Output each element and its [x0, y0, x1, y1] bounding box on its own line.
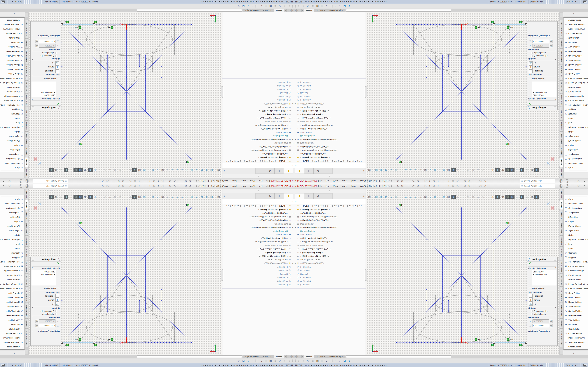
toolbar-icon[interactable]: ▦ — [268, 5, 273, 8]
length-input[interactable] — [533, 44, 549, 48]
tab-nav-button[interactable]: › — [287, 355, 289, 358]
relation-list-item[interactable]: Equal length109 — [33, 273, 55, 276]
unit-system-selector[interactable]: Custom▲ — [564, 0, 578, 4]
toolbar-icon[interactable]: ▦ — [441, 195, 446, 199]
toolbar-icon[interactable]: ⊥ — [490, 168, 495, 172]
tree-item[interactable]: # (-) Sketch6 — [294, 81, 366, 84]
flyout-tool-item[interactable]: ◜ Sketch Fillet — [563, 327, 588, 331]
toolbar-icon[interactable]: ◕ — [246, 359, 250, 362]
tree-item[interactable]: ▶ ▮ ○Ƨ5ƐЗИΛ◆∙○◦○∙◆ΛИЗƐ5Ƨ○ — [222, 261, 294, 265]
toolbar-icon[interactable]: ≀⊙ — [505, 168, 510, 172]
toolbar-icon[interactable]: ▧ — [394, 195, 398, 199]
flyout-tool-item[interactable]: ⊞ Linear Sketch Pattern — [0, 282, 25, 286]
tree-item[interactable]: ◕ ○Ƨ5◉Ƨ5ИƐƧƧ○◦○ƧƧƐИ5Ƨ◉5Ƨ○ — [222, 145, 294, 149]
collapse-icon[interactable]: ⌃ — [32, 73, 33, 75]
flyout-tool-item[interactable]: ƒ Equation Driven Curve — [563, 125, 588, 130]
tree-item[interactable]: ◕ ○Ƨ5◉Ƨ5ИƐƧƧ○◦○ƧƧƐИ5Ƨ◉5Ƨ○ — [222, 218, 294, 222]
toolbar-icon[interactable]: ■ — [180, 195, 184, 199]
toolbar-icon[interactable]: ▾ — [438, 195, 440, 199]
toolbar-icon[interactable]: ◈ — [296, 5, 301, 8]
collapse-icon[interactable]: ⌃ — [32, 292, 33, 294]
tree-item[interactable]: ★ ○Ƨ5ƐƐ✛◉ΛΛΦ○◦○ΦΛΛ◉✛ƐƐ5Ƨ○ — [222, 156, 294, 159]
commandmanager-tab[interactable]: Sheet Metal — [25, 247, 29, 260]
flyout-tool-item[interactable]: ⊡ Copy Entities — [0, 72, 25, 76]
flyout-tool-item[interactable]: ◌ Perimeter Circle — [0, 201, 25, 206]
length-spinner[interactable]: ▲▼ — [550, 44, 553, 48]
tab-nav-button[interactable]: › — [287, 9, 289, 12]
flyout-tool-item[interactable]: ≈ Spline — [0, 233, 25, 237]
toolbar-icon[interactable]: ◎ — [127, 195, 132, 199]
flyout-tool-item[interactable]: ↪ Fit Spline — [0, 40, 25, 45]
toolbar-icon[interactable]: ◍ — [433, 195, 438, 199]
toolbar-icon[interactable]: ⌐ — [325, 5, 329, 8]
commandmanager-tab[interactable]: Data Migration — [25, 48, 29, 64]
toolbar-icon[interactable]: ⊥ — [461, 195, 466, 199]
ok-button[interactable]: ✔ — [527, 101, 557, 105]
menu-item[interactable]: File — [318, 185, 322, 187]
unit-system-selector[interactable]: Custom▲ — [10, 0, 24, 4]
search-box[interactable]: ▾ — [33, 184, 68, 188]
commandmanager-tab[interactable]: Features — [559, 189, 563, 200]
relation-list-item[interactable]: Equal length109 — [533, 91, 555, 94]
relation-badge[interactable]: ╱3 — [186, 204, 189, 206]
toolbar-icon[interactable]: ↓ — [418, 195, 423, 199]
relation-list-item[interactable]: Equal length109 — [33, 91, 55, 94]
expand-arrow-icon[interactable]: ▶ — [294, 227, 296, 228]
expand-arrow-icon[interactable]: ▶ — [294, 142, 296, 144]
flyout-tool-item[interactable]: ≈ Spline — [0, 130, 25, 134]
toolbar-icon[interactable]: ◔ — [251, 359, 255, 362]
toolbar-icon[interactable]: ≣ — [59, 168, 63, 172]
toolbar-icon[interactable]: ⌐ — [325, 359, 329, 362]
toolbar-icon[interactable]: ◗ — [156, 168, 160, 172]
toolbar-icon[interactable]: ▨ — [446, 168, 451, 172]
toolbar-icon[interactable]: ■ — [170, 168, 175, 172]
menu-item[interactable]: Edit — [326, 185, 329, 187]
tree-item[interactable]: # Sketch3 — [222, 91, 294, 95]
flyout-tool-item[interactable]: ◜ Sketch Fillet — [0, 36, 25, 40]
menu-item[interactable]: View — [333, 185, 338, 187]
toolbar-icon[interactable]: ■ — [180, 168, 184, 172]
expand-icon[interactable]: ⌄ — [32, 35, 33, 37]
flyout-tool-item[interactable]: ✂ Trim Entities — [563, 318, 588, 322]
tab-strip-overflow-button[interactable]: ⋮ — [25, 350, 29, 354]
tree-item[interactable]: ◒ Surface Bodies — [222, 134, 294, 138]
flyout-tool-item[interactable]: ◡ 3 Point Arc — [563, 215, 588, 219]
model-tab[interactable]: 3D Views — [261, 355, 274, 358]
toolbar-icon[interactable]: ⬯ — [44, 195, 49, 199]
flyout-expand-chevron[interactable]: » — [13, 352, 16, 354]
flyout-tool-item[interactable]: ⊞ Linear Sketch Pattern — [0, 81, 25, 85]
tree-item[interactable]: ▶ A ○Ƨ5ИΛ◉◦✛Λ✛◉ИΛ○◦○ΛИ◉✛Λ✛◦◉ΛИ5Ƨ○ — [222, 226, 294, 229]
checkbox-icon[interactable] — [55, 313, 57, 315]
flyout-tool-item[interactable]: ▱ Parallelogram — [563, 273, 588, 277]
expand-arrow-icon[interactable]: ▶ — [292, 153, 294, 155]
add-relation-button[interactable]: ⚓ Fix — [529, 302, 556, 306]
toolbar-icon[interactable]: ◧ — [209, 195, 214, 199]
user-icon[interactable]: ◉ — [26, 184, 29, 188]
help-icon[interactable]: ? — [566, 179, 569, 183]
menu-item[interactable]: Tools — [351, 180, 356, 182]
tree-item[interactable]: ▱ ○✛ƆЗƆ◦∙○✱◉I○◦○I◉✱○∙◦ƆЗƆ✛○ — [294, 109, 366, 113]
close-button[interactable]: ✕ — [582, 184, 587, 187]
toolbar-icon[interactable]: ⊂ — [495, 168, 500, 172]
toolbar-icon[interactable]: ◗ — [515, 168, 519, 172]
toolbar-icon[interactable]: ⌐ — [259, 359, 263, 362]
checkbox-icon[interactable] — [531, 55, 533, 57]
add-relation-button[interactable]: | Vertical — [529, 298, 556, 302]
toolbar-icon[interactable]: ◍ — [529, 195, 534, 199]
tree-item[interactable]: # (-) Sketch5 — [222, 276, 294, 279]
toolbar-icon[interactable]: ⊂ — [88, 168, 93, 172]
tree-item[interactable]: ◕ ○Ƨ5◉Ƨ5ИƐƧƧ○◦○ƧƧƐИ5Ƨ◉5Ƨ○ — [294, 218, 366, 222]
angle-input[interactable] — [39, 40, 55, 43]
toolbar-icon[interactable]: ◫ — [399, 168, 403, 172]
close-button[interactable]: ✕ — [1, 180, 6, 183]
tree-item[interactable]: ◐ ○Ƨ5◦Ш✛◆ΛШ○◦○ШΛ◆✛Ш◦5Ƨ○ — [222, 127, 294, 131]
relations-listbox[interactable]: Collinear108Equal length109 — [32, 270, 56, 285]
tree-item[interactable]: ▶ ▮ ○Ƨ5ƐЗИΛ◆∙○◦○∙◆ΛИЗƐ5Ƨ○ — [222, 102, 294, 106]
commandmanager-tab[interactable]: Direct Editing — [559, 131, 563, 146]
toolbar-icon[interactable] — [440, 168, 441, 172]
flyout-tool-item[interactable]: ∿ Style Spline — [563, 228, 588, 233]
equal-relation-badge[interactable]: =109 — [108, 26, 113, 29]
tab-nav-button[interactable]: ‹ — [289, 9, 292, 12]
toolbar-grip[interactable] — [292, 359, 293, 362]
flyout-tool-item[interactable]: ⌐ Offset Entities — [563, 345, 588, 349]
